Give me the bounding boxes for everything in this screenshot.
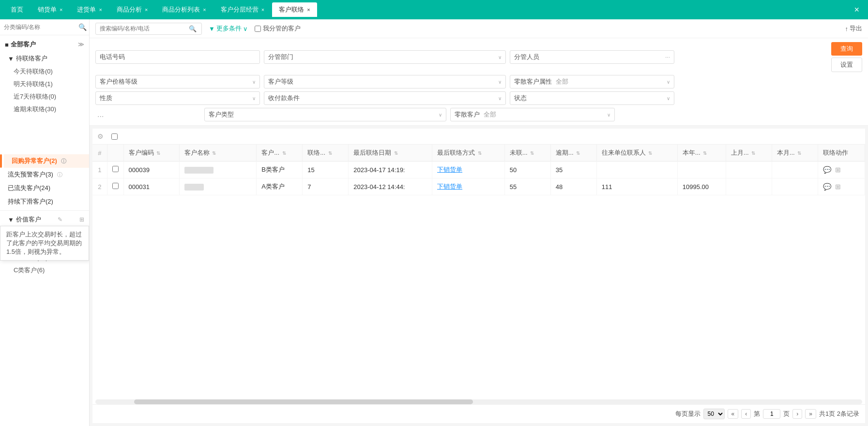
search-icon: 🔍 [189,25,197,32]
filter-retail-customer[interactable]: 零散客户 全部 ∨ [450,108,615,121]
col-overdue[interactable]: 逾期... ⇅ [550,145,596,162]
next-page-btn[interactable]: › [792,409,802,419]
filter-bar: 🔍 ▼ 更多条件 ∨ 我分管的客户 ↑ 导出 [90,19,868,38]
expand-filter-dots[interactable]: ... [95,110,106,119]
method-link-1[interactable]: 下销货单 [437,166,462,173]
col-code[interactable]: 客户编码 ⇅ [123,145,179,162]
table-wrapper: # 客户编码 ⇅ 客户名称 ⇅ 客户... [92,145,865,399]
filter-price-level[interactable]: 客户价格等级 ∨ [95,75,260,88]
col-contact[interactable]: 联络... ⇅ [303,145,349,162]
sidebar-value-group[interactable]: ▼ 价值客户 ✎ ⊞ [0,213,89,226]
manager-dots[interactable]: ··· [665,54,670,60]
sidebar-item-tomorrow[interactable]: 明天待联络(1) [0,78,89,90]
cell-contact-1: 15 [303,162,349,178]
filter-payment[interactable]: 收付款条件 ∨ [264,91,506,105]
table-row: 1 000039 B类客户 15 2023-04-17 14:19: 下销货单 … [92,162,865,178]
scrollbar-thumb[interactable] [134,399,473,404]
cell-person-2: 111 [596,178,677,195]
filter-manager[interactable]: 分管人员 ··· [510,50,674,64]
col-last-method[interactable]: 最后联络方式 ⇅ [432,145,505,162]
table-settings-icon[interactable]: ⚙ [97,132,104,140]
horizontal-scrollbar[interactable] [95,399,862,404]
settings-button[interactable]: 设置 [831,58,862,72]
sidebar-item-repurchase-abnormal[interactable]: 回购异常客户(2) ⓘ [4,154,89,168]
sidebar-item-c-class[interactable]: C类客户(6) [0,264,89,277]
cell-method-2[interactable]: 下销货单 [432,178,505,195]
sidebar-collapse-icon[interactable]: ≫ [78,41,84,48]
first-page-btn[interactable]: « [728,409,739,419]
close-tab-sales[interactable]: × [60,7,62,13]
close-tab-contact[interactable]: × [307,7,310,13]
last-page-btn[interactable]: » [805,409,816,419]
filter-status[interactable]: 状态 ∨ [510,91,674,105]
close-tab-product-analysis[interactable]: × [145,7,148,13]
sidebar-search-input[interactable] [4,24,76,30]
filter-department[interactable]: 分管部门 ∨ [264,50,506,64]
col-this-year[interactable]: 本年... ⇅ [677,145,726,162]
sidebar-item-churn-warning[interactable]: 流失预警客户(3) ⓘ [0,168,89,181]
edit-group-icon[interactable]: ✎ [58,216,62,223]
close-all-button[interactable]: × [849,3,864,17]
filter-customer-type[interactable]: 客户类型 ∨ [204,108,446,121]
my-customers-checkbox[interactable] [255,26,261,32]
close-tab-product-list[interactable]: × [203,7,206,13]
more-conditions-btn[interactable]: ▼ 更多条件 ∨ [206,22,251,35]
row-checkbox-1[interactable] [112,166,119,172]
settings-group-icon[interactable]: ⊞ [79,216,84,223]
tab-customer-stratify[interactable]: 客户分层经营 × [214,2,271,17]
tab-product-analysis-list[interactable]: 商品分析列表 × [155,2,213,17]
table-toolbar: ⚙ [92,129,865,145]
info-icon-2: ⓘ [57,171,62,178]
col-last-date[interactable]: 最后联络日期 ⇅ [349,145,432,162]
sidebar-item-today[interactable]: 今天待联络(0) [0,65,89,78]
per-page-select[interactable]: 50 [703,409,725,419]
tab-purchase-order[interactable]: 进货单 × [70,2,108,17]
prev-page-btn[interactable]: ‹ [741,409,751,419]
query-button[interactable]: 查询 [831,42,862,56]
tab-home[interactable]: 首页 [4,2,30,17]
cell-code-1: 000039 [123,162,179,178]
sidebar-item-7days[interactable]: 近7天待联络(0) [0,90,89,103]
cell-type-2: A类客户 [257,178,303,195]
col-num: # [92,145,107,162]
sidebar-divider [0,210,89,211]
blurred-name-2 [184,184,204,191]
filter-retail-attr[interactable]: 零散客户属性 全部 ∨ [510,75,674,88]
col-last-month[interactable]: 上月... ⇅ [726,145,772,162]
sidebar-item-overdue[interactable]: 逾期未联络(30) [0,103,89,116]
sort-date-icon: ⇅ [394,150,398,156]
sidebar-all-customers[interactable]: ■ 全部客户 ≫ [0,37,89,52]
close-tab-purchase[interactable]: × [99,7,102,13]
grid-icon-2[interactable]: ⊞ [835,183,841,191]
col-this-month[interactable]: 本月... ⇅ [772,145,818,162]
sort-overdue-icon: ⇅ [576,150,580,156]
tab-sales-order[interactable]: 销货单 × [31,2,69,17]
sidebar-item-declining[interactable]: 持续下滑客户(2) [0,195,89,208]
filter-row-3: 性质 ∨ 收付款条件 ∨ 状态 ∨ [95,91,862,105]
col-contact-person[interactable]: 往来单位联系人 ⇅ [596,145,677,162]
sidebar-item-churned[interactable]: 已流失客户(24) [0,181,89,195]
grid-icon-1[interactable]: ⊞ [835,166,841,174]
method-link-2[interactable]: 下销货单 [437,183,462,190]
filter-customer-level[interactable]: 客户等级 ∨ [264,75,506,88]
chat-icon-2[interactable]: 💬 [823,183,831,191]
col-name[interactable]: 客户名称 ⇅ [179,145,257,162]
tab-product-analysis[interactable]: 商品分析 × [110,2,154,17]
search-input[interactable] [100,25,187,32]
customer-table: # 客户编码 ⇅ 客户名称 ⇅ 客户... [92,145,865,195]
row-checkbox-2[interactable] [112,183,119,189]
cell-method-1[interactable]: 下销货单 [432,162,505,178]
select-all-checkbox[interactable] [111,133,118,140]
col-uncontacted[interactable]: 未联... ⇅ [504,145,550,162]
close-tab-stratify[interactable]: × [261,7,264,13]
price-caret: ∨ [252,79,256,85]
page-number-input[interactable] [763,409,780,419]
tab-customer-contact[interactable]: 客户联络 × [272,2,317,17]
sort-method-icon: ⇅ [478,150,482,156]
chat-icon-1[interactable]: 💬 [823,166,831,174]
export-button[interactable]: ↑ 导出 [845,24,863,33]
sidebar-group-pending[interactable]: ▼ 待联络客户 [0,52,89,65]
col-type[interactable]: 客户... ⇅ [257,145,303,162]
filter-nature[interactable]: 性质 ∨ [95,91,260,105]
filter-phone[interactable]: 电话号码 [95,50,260,64]
